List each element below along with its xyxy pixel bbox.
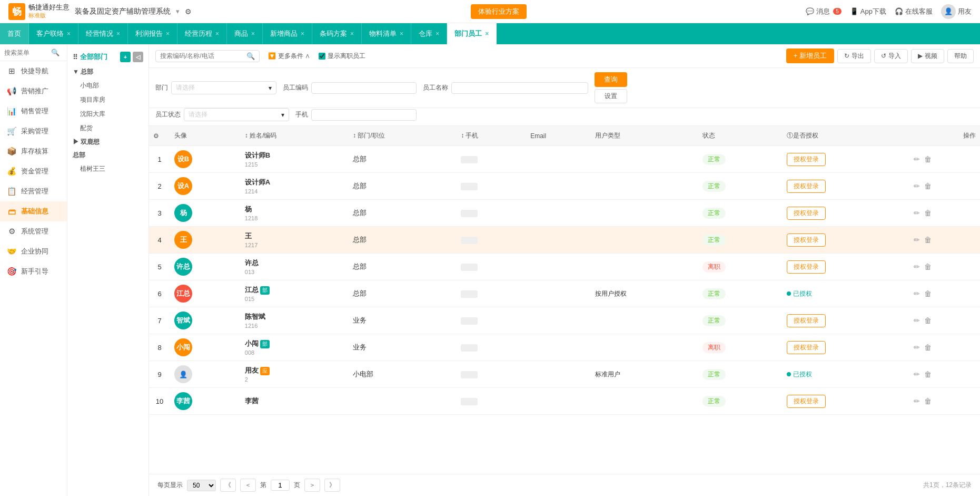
auth-login-button[interactable]: 授权登录 (787, 234, 826, 247)
delete-btn[interactable]: 🗑 (924, 236, 932, 244)
auth-login-button[interactable]: 授权登录 (787, 207, 826, 220)
per-page-select[interactable]: 50 20 100 (187, 480, 216, 491)
delete-btn[interactable]: 🗑 (924, 209, 932, 217)
auth-login-button[interactable]: 授权登录 (787, 341, 826, 354)
sidebar-item-guide[interactable]: 🎯 新手引导 (0, 261, 67, 281)
edit-btn[interactable]: ✏ (914, 370, 920, 378)
edit-btn[interactable]: ✏ (914, 289, 920, 298)
sidebar-item-operation[interactable]: 📋 经营管理 (0, 181, 67, 201)
tab-profit[interactable]: 利润报告 × (128, 23, 177, 44)
sidebar-item-finance[interactable]: 💰 资金管理 (0, 161, 67, 181)
dept-item-shuanglu[interactable]: ▶ 双鹿想 (67, 135, 149, 149)
settings-icon[interactable]: ⚙ (185, 7, 192, 16)
trial-button[interactable]: 体验行业方案 (471, 4, 527, 19)
row-auth[interactable]: 授权登录 (783, 254, 909, 280)
tab-close-operation[interactable]: × (116, 30, 120, 37)
row-auth[interactable]: 授权登录 (783, 173, 909, 200)
tab-close-warehouse[interactable]: × (435, 30, 439, 37)
tab-new-goods[interactable]: 新增商品 × (263, 23, 312, 44)
service-item[interactable]: 🎧 在线客服 (895, 7, 933, 16)
auth-login-button[interactable]: 授权登录 (787, 395, 826, 408)
delete-btn[interactable]: 🗑 (924, 370, 932, 378)
auth-login-button[interactable]: 授权登录 (787, 314, 826, 327)
search-input[interactable] (160, 52, 244, 60)
sidebar-item-system[interactable]: ⚙ 系统管理 (0, 221, 67, 241)
set-button[interactable]: 设置 (595, 89, 627, 103)
tab-home[interactable]: 首页 (0, 23, 29, 44)
auth-login-button[interactable]: 授权登录 (787, 153, 826, 166)
filter-phone-input[interactable] (311, 109, 417, 121)
dept-item-root[interactable]: ▼ 总部 (67, 65, 149, 79)
edit-btn[interactable]: ✏ (914, 262, 920, 271)
edit-btn[interactable]: ✏ (914, 209, 920, 217)
tab-barcode[interactable]: 条码方案 × (312, 23, 362, 44)
delete-btn[interactable]: 🗑 (924, 343, 932, 352)
tab-close-bom[interactable]: × (400, 30, 403, 37)
query-button[interactable]: 查询 (595, 72, 627, 87)
view-button[interactable]: ▶视频 (911, 49, 944, 63)
dept-item-xiaodian[interactable]: 小电部 (67, 79, 149, 93)
edit-btn[interactable]: ✏ (914, 316, 920, 325)
import-button[interactable]: ↺导入 (874, 49, 908, 63)
add-employee-button[interactable]: + 新增员工 (786, 48, 834, 63)
filter-name-input[interactable] (451, 82, 588, 94)
app-download-item[interactable]: 📱 App下载 (850, 7, 886, 16)
tab-close-customer[interactable]: × (67, 30, 71, 37)
tab-customer[interactable]: 客户联络 × (29, 23, 78, 44)
dept-item-zongbu[interactable]: 总部 (67, 149, 149, 162)
tab-history[interactable]: 经营历程 × (177, 23, 227, 44)
auth-login-button[interactable]: 授权登录 (787, 260, 826, 274)
prev-page-btn[interactable]: ＜ (240, 479, 256, 492)
row-auth[interactable]: 授权登录 (783, 334, 909, 361)
dept-item-zhishu[interactable]: 植树王三 (67, 162, 149, 176)
filter-code-input[interactable] (311, 82, 417, 94)
filter-dept-select[interactable]: 请选择 ▾ (171, 81, 276, 94)
message-item[interactable]: 💬 消息 5 (806, 7, 842, 16)
edit-btn[interactable]: ✏ (914, 397, 920, 405)
tab-close-new-goods[interactable]: × (301, 30, 304, 37)
last-page-btn[interactable]: 》 (324, 479, 340, 492)
tab-warehouse[interactable]: 仓库 × (411, 23, 447, 44)
edit-btn[interactable]: ✏ (914, 155, 920, 163)
auth-login-button[interactable]: 授权登录 (787, 180, 826, 193)
sidebar-item-basic-info[interactable]: 🗃 基础信息 (0, 201, 67, 221)
tab-department[interactable]: 部门员工 × (447, 23, 497, 44)
tab-operation[interactable]: 经营情况 × (78, 23, 128, 44)
show-resigned-checkbox[interactable] (319, 53, 325, 60)
th-name-code[interactable]: ↕ 姓名/编码 (241, 126, 349, 146)
row-auth[interactable]: 授权登录 (783, 388, 909, 415)
dept-item-shenyang[interactable]: 沈阳大库 (67, 107, 149, 121)
delete-btn[interactable]: 🗑 (924, 155, 932, 163)
tab-goods[interactable]: 商品 × (227, 23, 263, 44)
next-page-btn[interactable]: ＞ (304, 479, 320, 492)
edit-btn[interactable]: ✏ (914, 343, 920, 352)
dept-item-distribution[interactable]: 配货 (67, 121, 149, 135)
filter-status-select[interactable]: 请选择 ▾ (184, 108, 289, 121)
sidebar-item-inventory[interactable]: 📦 库存核算 (0, 141, 67, 161)
tab-close-department[interactable]: × (485, 30, 489, 37)
tab-close-profit[interactable]: × (166, 30, 170, 37)
page-input[interactable] (271, 480, 290, 491)
dropdown-arrow-icon[interactable]: ▾ (176, 7, 180, 15)
delete-btn[interactable]: 🗑 (924, 316, 932, 325)
tab-bom[interactable]: 物料清单 × (362, 23, 411, 44)
dept-collapse-btn[interactable]: ◁ (133, 52, 143, 62)
th-phone[interactable]: ↕ 手机 (457, 126, 526, 146)
th-dept-position[interactable]: ↕ 部门/职位 (349, 126, 457, 146)
sidebar-item-enterprise[interactable]: 🤝 企业协同 (0, 241, 67, 261)
sidebar-item-purchase[interactable]: 🛒 采购管理 (0, 121, 67, 141)
sidebar-item-sales[interactable]: 📊 销售管理 (0, 101, 67, 121)
dept-item-project[interactable]: 项目库房 (67, 93, 149, 107)
row-auth[interactable]: 授权登录 (783, 200, 909, 227)
tab-close-barcode[interactable]: × (350, 30, 354, 37)
tab-close-goods[interactable]: × (251, 30, 255, 37)
dept-add-btn[interactable]: + (120, 52, 131, 62)
edit-btn[interactable]: ✏ (914, 236, 920, 244)
delete-btn[interactable]: 🗑 (924, 289, 932, 298)
delete-btn[interactable]: 🗑 (924, 182, 932, 190)
sidebar-item-marketing[interactable]: 📢 营销推广 (0, 81, 67, 101)
dept-all-label[interactable]: 全部部门 (80, 52, 107, 62)
row-auth[interactable]: 授权登录 (783, 307, 909, 334)
user-item[interactable]: 👤 用友 (941, 4, 972, 19)
more-filter-btn[interactable]: 🔽 更多条件 ∧ (264, 50, 314, 62)
